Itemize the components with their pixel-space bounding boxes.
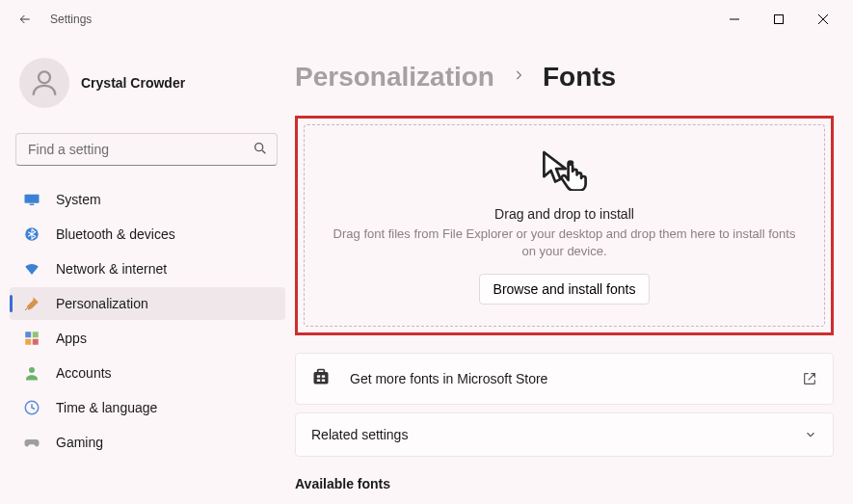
titlebar: Settings [0,0,853,39]
chevron-down-icon [804,428,817,441]
apps-icon [23,330,40,347]
breadcrumb-parent[interactable]: Personalization [295,62,494,93]
svg-rect-8 [25,339,31,345]
nav-label: System [56,192,101,207]
person-icon [23,364,40,382]
close-icon [818,14,828,24]
font-dropzone[interactable]: Drag and drop to install Drag font files… [304,124,825,327]
nav-time[interactable]: Time & language [10,391,285,424]
account-name: Crystal Crowder [81,75,185,91]
back-button[interactable] [15,10,35,29]
svg-rect-3 [25,195,40,203]
bluetooth-icon [23,225,40,243]
nav-gaming[interactable]: Gaming [10,426,285,459]
store-icon [311,367,331,390]
svg-rect-13 [317,376,320,379]
browse-fonts-button[interactable]: Browse and install fonts [479,274,651,305]
avatar [19,58,69,108]
search-box [15,133,278,166]
clock-globe-icon [23,399,40,416]
cursor-pointer-icon [539,148,591,195]
breadcrumb-current: Fonts [543,62,616,93]
paintbrush-icon [23,295,40,312]
sidebar: Crystal Crowder System Bluetooth & devic… [0,39,289,504]
store-link-label: Get more fonts in Microsoft Store [350,371,783,386]
nav-label: Gaming [56,435,103,450]
store-fonts-link[interactable]: Get more fonts in Microsoft Store [295,353,834,405]
svg-rect-7 [33,332,39,337]
svg-rect-14 [322,376,325,379]
svg-rect-12 [314,372,329,385]
minimize-button[interactable] [712,5,757,34]
svg-rect-0 [775,15,784,24]
account-header[interactable]: Crystal Crowder [10,46,285,125]
minimize-icon [730,14,739,24]
arrow-left-icon [17,12,33,27]
svg-point-1 [39,71,50,83]
svg-rect-16 [322,380,325,383]
search-input[interactable] [15,133,278,166]
svg-point-10 [29,367,35,373]
svg-rect-9 [33,339,39,345]
related-settings-label: Related settings [311,427,785,442]
breadcrumb: Personalization Fonts [295,62,838,93]
nav-label: Personalization [56,296,148,311]
nav-label: Accounts [56,365,112,381]
nav-apps[interactable]: Apps [10,322,285,355]
wifi-icon [23,260,40,278]
nav: System Bluetooth & devices Network & int… [10,183,285,459]
display-icon [23,191,40,208]
svg-rect-6 [25,332,31,337]
nav-accounts[interactable]: Accounts [10,357,285,389]
nav-bluetooth[interactable]: Bluetooth & devices [10,218,285,251]
external-link-icon [802,371,817,386]
dropzone-title: Drag and drop to install [494,206,634,222]
maximize-icon [774,14,784,24]
nav-system[interactable]: System [10,183,285,216]
nav-network[interactable]: Network & internet [10,252,285,285]
dropzone-description: Drag font files from File Explorer or yo… [326,225,803,260]
tutorial-highlight: Drag and drop to install Drag font files… [295,116,834,335]
main-content: Personalization Fonts Drag and drop to i… [289,39,853,504]
app-title: Settings [50,13,92,26]
nav-personalization[interactable]: Personalization [10,287,285,320]
chevron-right-icon [512,68,525,86]
person-icon [28,66,61,99]
svg-rect-15 [317,380,320,383]
related-settings-expander[interactable]: Related settings [295,412,834,457]
nav-label: Network & internet [56,261,167,277]
svg-rect-4 [30,204,35,206]
gamepad-icon [23,434,40,451]
nav-label: Apps [56,331,87,346]
available-fonts-heading: Available fonts [295,476,838,491]
nav-label: Bluetooth & devices [56,226,175,242]
close-button[interactable] [801,5,845,34]
nav-label: Time & language [56,400,157,415]
maximize-button[interactable] [757,5,801,34]
